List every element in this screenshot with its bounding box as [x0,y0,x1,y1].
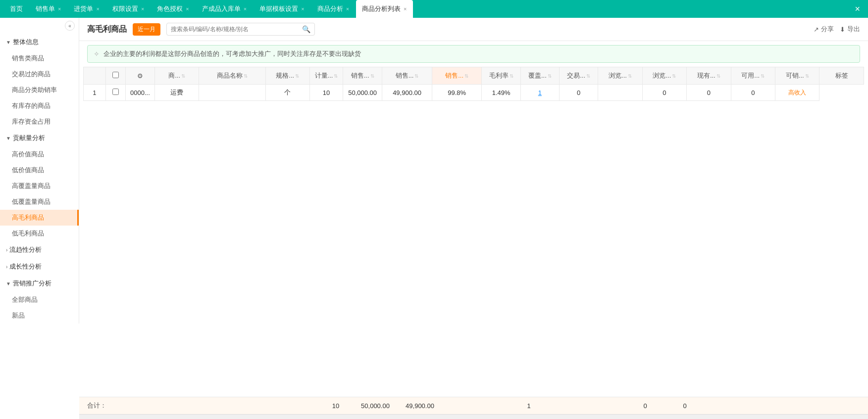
arrow-contribution: ▼ [6,136,11,141]
footer-label: 合计： [87,401,106,410]
filter-month-btn[interactable]: 近一月 [133,23,160,36]
sidebar-group-trend[interactable]: › 流趋性分析 [0,241,79,258]
footer-sales-qty: 10 [318,402,353,410]
cell-sales-amt: 50,000.00 [343,85,382,101]
footer-avail: 0 [665,402,705,410]
col-header-code: 商...⇅ [154,67,199,85]
cell-name: 运费 [154,85,199,101]
top-nav: 首页 销售单 × 进货单 × 权限设置 × 角色授权 × 产成品入库单 × 单据… [0,0,868,18]
sidebar-item-high-value[interactable]: 高价值商品 [0,146,79,162]
col-header-check [105,67,125,85]
col-header-num [84,67,106,85]
cell-saleable: 0 [731,85,775,101]
sidebar-item-all-goods[interactable]: 全部商品 [0,292,79,308]
close-analysis-tab[interactable]: × [346,6,349,12]
arrow-overall: ▼ [6,40,11,45]
select-all-checkbox[interactable] [112,72,119,78]
col-header-sales-cost: 销售...⇅ [432,67,482,85]
search-box: 🔍 [166,23,315,36]
cell-cover: 1.49% [482,85,520,101]
cell-code: 0000... [125,85,154,101]
cell-check[interactable] [105,85,125,101]
close-analysis-list-tab[interactable]: × [404,6,407,12]
share-btn[interactable]: ↗ 分享 [814,25,834,34]
close-template-tab[interactable]: × [301,6,304,12]
cell-browse2 [598,85,642,101]
col-header-name: 商品名称⇅ [199,67,265,85]
col-header-browse2: 浏览...⇅ [642,67,686,85]
scroll-bar[interactable] [79,414,868,419]
content-header: 高毛利商品 近一月 🔍 ↗ 分享 ⬇ 导出 [79,18,868,41]
col-header-browse1: 浏览...⇅ [598,67,642,85]
col-header-cover: 覆盖...⇅ [520,67,559,85]
export-icon: ⬇ [840,26,845,33]
close-warehouse-tab[interactable]: × [244,6,247,12]
col-header-gross-rate: 毛利率⇅ [482,67,520,85]
cell-unit: 个 [265,85,309,101]
sidebar-item-low-value[interactable]: 低价值商品 [0,162,79,178]
nav-template[interactable]: 单据模板设置 × [254,0,310,18]
sidebar-item-new-goods[interactable]: 新品 [0,308,79,324]
sidebar-group-growth[interactable]: › 成长性分析 [0,258,79,275]
cell-num: 1 [84,85,106,101]
sidebar-item-high-margin[interactable]: 高毛利商品 [0,210,79,226]
cell-spec [199,85,265,101]
nav-home[interactable]: 首页 [4,0,29,18]
nav-analysis-list[interactable]: 商品分析列表 × [356,0,412,18]
sidebar-item-low-coverage[interactable]: 低覆盖量商品 [0,194,79,210]
close-permission-tab[interactable]: × [141,6,144,12]
header-actions: ↗ 分享 ⬇ 导出 [814,25,860,34]
nav-warehouse[interactable]: 产成品入库单 × [196,0,253,18]
nav-analysis[interactable]: 商品分析 × [311,0,355,18]
table-wrapper[interactable]: ⚙ 商...⇅ 商品名称⇅ 规格...⇅ 计量...⇅ [79,67,868,397]
content-area: 高毛利商品 近一月 🔍 ↗ 分享 ⬇ 导出 ✧ 企业的主要的利润都是这部分商品创… [79,18,868,419]
cell-gross-rate: 99.8% [432,85,482,101]
sidebar-collapse-btn[interactable]: « [65,21,75,31]
cell-browse1: 0 [559,85,598,101]
col-header-saleable: 可销...⇅ [775,67,819,85]
arrow-trend: › [6,247,7,253]
search-input[interactable] [171,26,300,33]
close-sales-tab[interactable]: × [58,6,61,12]
close-role-tab[interactable]: × [186,6,189,12]
sidebar-group-marketing[interactable]: ▼ 营销推广分析 [0,275,79,292]
close-all-tabs[interactable]: × [851,4,864,14]
nav-purchase[interactable]: 进货单 × [68,0,105,18]
sidebar-item-low-margin[interactable]: 低毛利商品 [0,226,79,241]
row-checkbox[interactable] [112,89,119,95]
cell-avail: 0 [687,85,731,101]
table-footer: 合计： 10 50,000.00 49,900.00 1 0 0 [79,397,868,414]
cell-sales-qty: 10 [309,85,343,101]
sidebar-item-inventory-capital[interactable]: 库存资金占用 [0,114,79,130]
sidebar-item-traded-goods[interactable]: 交易过的商品 [0,66,79,82]
sidebar: « ▼ 整体信息 销售类商品 交易过的商品 商品分类助销率 有库存的商品 库存资… [0,18,79,324]
col-header-tag: 标签 [819,67,864,85]
footer-sales-cost: 49,900.00 [398,402,442,410]
cell-trans: 1 [520,85,559,101]
arrow-growth: › [6,264,7,270]
main-layout: « ▼ 整体信息 销售类商品 交易过的商品 商品分类助销率 有库存的商品 库存资… [0,18,868,419]
trans-link[interactable]: 1 [538,89,542,96]
col-header-spec: 规格...⇅ [265,67,309,85]
nav-permission[interactable]: 权限设置 × [106,0,150,18]
nav-sales[interactable]: 销售单 × [30,0,67,18]
nav-role[interactable]: 角色授权 × [151,0,195,18]
sidebar-item-category-rate[interactable]: 商品分类助销率 [0,82,79,98]
sidebar-group-contribution[interactable]: ▼ 贡献量分析 [0,130,79,146]
search-icon[interactable]: 🔍 [302,25,310,33]
sidebar-item-stocked-goods[interactable]: 有库存的商品 [0,98,79,114]
col-header-sales-amt: 销售...⇅ [382,67,432,85]
col-header-settings[interactable]: ⚙ [125,67,154,85]
sidebar-item-sales-goods[interactable]: 销售类商品 [0,50,79,66]
col-header-avail: 可用...⇅ [731,67,775,85]
close-purchase-tab[interactable]: × [96,6,99,12]
data-table: ⚙ 商...⇅ 商品名称⇅ 规格...⇅ 计量...⇅ [83,67,864,101]
sidebar-group-overall[interactable]: ▼ 整体信息 [0,34,79,50]
info-banner: ✧ 企业的主要的利润都是这部分商品创造的，可考虑加大推广，同时关注库存是不要出现… [87,45,860,63]
sidebar-item-high-coverage[interactable]: 高覆盖量商品 [0,178,79,194]
cell-current: 0 [642,85,686,101]
cell-sales-cost: 49,900.00 [382,85,432,101]
export-btn[interactable]: ⬇ 导出 [840,25,860,34]
col-header-current: 现有...⇅ [687,67,731,85]
col-header-sales-qty: 销售...⇅ [343,67,382,85]
